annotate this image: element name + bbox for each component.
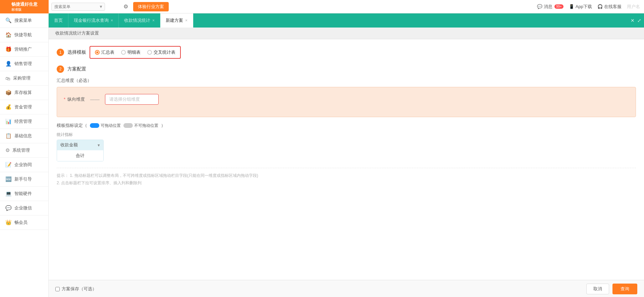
member-icon: 👑 (5, 219, 12, 226)
tab-close-icon[interactable]: ✕ (631, 18, 635, 23)
sidebar-label-system: 系统管理 (12, 147, 30, 153)
metrics-cell-total: 合计 (57, 150, 103, 161)
download-icon: 📱 (569, 4, 574, 9)
sidebar: 🔍 搜索菜单 🏠 快捷导航 🎁 营销推广 👤 销售管理 🛍 采购管理 📦 库存核… (0, 13, 49, 297)
radio-detail-label: 明细表 (127, 49, 141, 55)
home-icon: 🏠 (5, 32, 12, 38)
dimension-box: * 纵向维度 —— 请选择分组维度 (57, 87, 636, 117)
search-bar-container: ▼ (51, 3, 118, 11)
sidebar-label-guide: 新手引导 (14, 176, 32, 182)
collab-icon: 📝 (5, 162, 12, 168)
sidebar-item-operation[interactable]: 📊 经营管理 (0, 114, 48, 129)
tab-home[interactable]: 首页 (49, 13, 68, 28)
action-buttons: 取消 查询 (586, 284, 637, 294)
radio-detail[interactable]: 明细表 (121, 49, 141, 55)
draggable-indicator: 可拖动位置 (90, 123, 121, 129)
save-checkbox-area: 方案保存（可选） (55, 286, 97, 292)
message-item[interactable]: 💬 消息 99+ (537, 4, 564, 10)
message-label: 消息 (544, 4, 552, 10)
clipboard-icon: 📋 (5, 133, 12, 139)
industry-button[interactable]: 体验行业方案 (133, 2, 169, 11)
radio-summary[interactable]: 汇总表 (95, 49, 114, 55)
sidebar-item-finance[interactable]: 💰 资金管理 (0, 100, 48, 114)
draggable-label: 可拖动位置 (101, 123, 121, 129)
radio-cross-label: 交叉统计表 (154, 49, 175, 55)
sidebar-label-wechat: 企业微信 (14, 205, 32, 211)
step2-header: 2 方案配置 (57, 65, 636, 73)
sidebar-item-inventory[interactable]: 📦 库存核算 (0, 86, 48, 100)
search-input[interactable] (51, 3, 105, 11)
sidebar-label-basic: 基础信息 (14, 133, 32, 139)
radio-summary-dot (95, 50, 100, 55)
tab-bank[interactable]: 现金银行流水查询 × (68, 13, 119, 28)
sidebar-item-guide[interactable]: 🆕 新手引导 (0, 172, 48, 187)
bottom-bar: 方案保存（可选） 取消 查询 (49, 280, 644, 297)
money-icon: 💰 (5, 104, 12, 110)
metrics-dropdown-icon[interactable]: ▾ (98, 143, 100, 148)
sidebar-item-sales[interactable]: 👤 销售管理 (0, 57, 48, 71)
service-item[interactable]: 🎧 在线客服 (597, 4, 622, 10)
page-title-text: 收款情况统计方案设置 (55, 31, 99, 36)
sidebar-item-search[interactable]: 🔍 搜索菜单 (0, 13, 48, 28)
step1-section: 1 选择模板 汇总表 明细表 (57, 46, 636, 59)
sidebar-label-marketing: 营销推广 (14, 46, 32, 52)
radio-detail-dot (121, 50, 126, 55)
sidebar-item-system[interactable]: ⚙ 系统管理 (0, 143, 48, 158)
group-dimension-select[interactable]: 请选择分组维度 (105, 94, 159, 105)
gear-button[interactable]: ⚙ (121, 2, 130, 11)
sidebar-label-operation: 经营管理 (14, 118, 32, 125)
stat-indicator-label: 统计指标 (57, 132, 636, 138)
header-right: 💬 消息 99+ 📱 App下载 🎧 在线客服 用户名 (537, 4, 640, 10)
page-title: 收款情况统计方案设置 (49, 28, 644, 39)
tab-bank-close[interactable]: × (111, 18, 113, 23)
user-name: 用户名 (627, 4, 640, 10)
main-layout: 🔍 搜索菜单 🏠 快捷导航 🎁 营销推广 👤 销售管理 🛍 采购管理 📦 库存核… (0, 13, 644, 297)
logo-text: 畅捷通好生意 (11, 1, 38, 7)
download-label: App下载 (576, 4, 592, 10)
sidebar-item-quick-nav[interactable]: 🏠 快捷导航 (0, 28, 48, 42)
search-icon: 🔍 (5, 17, 12, 23)
sidebar-item-member[interactable]: 👑 畅会员 (0, 215, 48, 230)
metrics-header-text: 收款金额 (60, 142, 78, 148)
user-icon: 👤 (5, 61, 12, 67)
sidebar-label-member: 畅会员 (14, 219, 28, 226)
logo-sub: 标准版 (11, 7, 38, 12)
step1-header: 1 选择模板 汇总表 明细表 (57, 46, 636, 59)
sidebar-item-marketing[interactable]: 🎁 营销推广 (0, 42, 48, 57)
user-item[interactable]: 用户名 (627, 4, 640, 10)
metrics-header: 模板指标设定（ 可拖动位置 不可拖动位置 ） (57, 122, 636, 129)
tab-collect-close[interactable]: × (152, 18, 155, 23)
hardware-icon: 💻 (5, 191, 12, 197)
top-header: 畅捷通好生意 标准版 ▼ ⚙ 体验行业方案 💬 消息 99+ 📱 App下载 🎧… (0, 0, 644, 13)
download-item[interactable]: 📱 App下载 (569, 4, 592, 10)
sidebar-item-purchase[interactable]: 🛍 采购管理 (0, 71, 48, 86)
sidebar-item-wechat[interactable]: 💬 企业微信 (0, 201, 48, 215)
save-checkbox[interactable] (55, 287, 60, 291)
wechat-icon: 💬 (5, 205, 12, 211)
tab-new-plan-close[interactable]: × (185, 18, 187, 23)
sidebar-item-hardware[interactable]: 💻 智能硬件 (0, 187, 48, 201)
toggle-blue-icon (90, 123, 99, 128)
tab-new-plan[interactable]: 新建方案 × (160, 13, 193, 28)
step2-section: 2 方案配置 汇总维度（必选） * 纵向维度 —— (57, 65, 636, 187)
service-label: 在线客服 (604, 4, 622, 10)
metrics-header-row[interactable]: 收款金额 ▾ (57, 140, 103, 150)
tab-collect[interactable]: 收款情况统计 × (119, 13, 160, 28)
cancel-button[interactable]: 取消 (586, 284, 609, 294)
sidebar-item-basic[interactable]: 📋 基础信息 (0, 129, 48, 143)
metrics-table: 收款金额 ▾ 合计 (57, 140, 104, 161)
sidebar-label-search: 搜索菜单 (14, 17, 32, 23)
step1-label: 选择模板 (67, 49, 86, 55)
tab-bank-label: 现金银行流水查询 (74, 17, 109, 23)
tab-collect-label: 收款情况统计 (124, 17, 150, 23)
message-badge: 99+ (554, 4, 564, 9)
query-button[interactable]: 查询 (612, 284, 637, 294)
sidebar-item-collab[interactable]: 📝 企业协同 (0, 158, 48, 172)
sidebar-label-inventory: 库存核算 (14, 90, 32, 96)
hint-section: 提示： 1. 拖动标题栏可以调整布局，不可跨维度或指标区域拖动栏目字段(只能在同… (57, 168, 636, 187)
sidebar-label-finance: 资金管理 (14, 104, 32, 110)
radio-cross[interactable]: 交叉统计表 (147, 49, 175, 55)
dimension-row: * 纵向维度 —— 请选择分组维度 (64, 94, 629, 105)
tab-expand-icon[interactable]: ⤢ (637, 18, 641, 23)
service-icon: 🎧 (597, 4, 603, 9)
